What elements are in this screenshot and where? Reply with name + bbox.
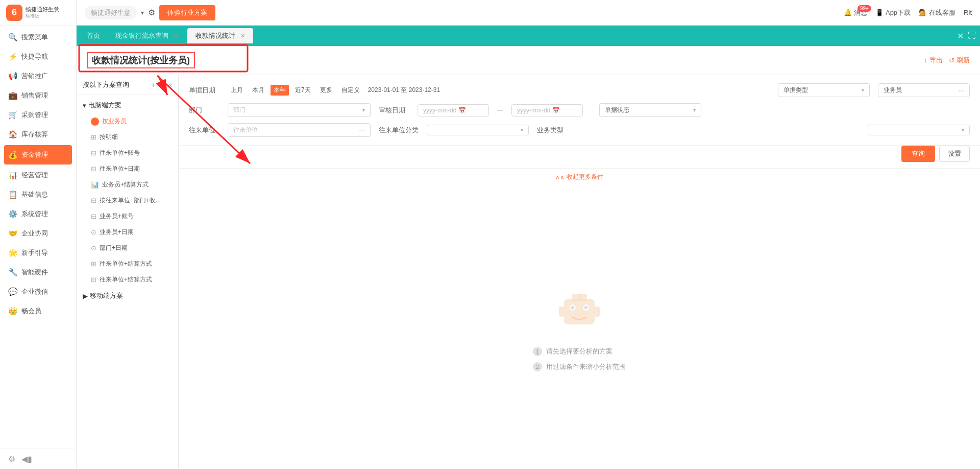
tree-group-desktop-header[interactable]: ▾ 电脑端方案 xyxy=(77,97,178,113)
tree-item-by-staff[interactable]: ⊙ 按业务员 xyxy=(77,113,178,129)
partner-more-icon[interactable]: ··· xyxy=(359,126,365,134)
search-icon: 🔍 xyxy=(8,33,17,42)
header-dropdown-icon[interactable]: ▾ xyxy=(141,9,144,16)
svg-point-5 xyxy=(571,306,574,309)
date-tab-this-year[interactable]: 本年 xyxy=(271,85,289,96)
date-tab-7days[interactable]: 近7天 xyxy=(292,85,314,96)
tree-item-partner-account[interactable]: ⊟ 往来单位+账号 xyxy=(77,145,178,161)
header-gear-icon[interactable]: ⚙ xyxy=(148,8,155,17)
query-button[interactable]: 查询 xyxy=(901,146,935,162)
tree-item-staff-account[interactable]: ⊟ 业务员+账号 xyxy=(77,208,178,224)
tree-group-mobile-expand-icon: ▶ xyxy=(83,292,88,300)
date-tab-more[interactable]: 更多 xyxy=(317,85,335,96)
tree-item-partner-settle1-label: 往来单位+结算方式 xyxy=(100,260,152,268)
collapse-sidebar-icon[interactable]: ◀▮ xyxy=(21,454,32,464)
tree-item-partner-date[interactable]: ⊟ 往来单位+日期 xyxy=(77,161,178,177)
sidebar-item-inventory[interactable]: 🏠 库存核算 xyxy=(0,125,76,144)
sidebar-item-enterprise[interactable]: 🤝 企业协同 xyxy=(0,224,76,243)
calendar-start-icon[interactable]: 📅 xyxy=(458,107,466,114)
app-download-label: App下载 xyxy=(886,8,911,17)
sidebar-footer: ⚙ ◀▮ xyxy=(0,449,76,469)
scheme-header: 按以下方案查询 + ⚙ « xyxy=(77,75,178,95)
sidebar-item-finance[interactable]: 💰 资金管理 xyxy=(4,145,72,165)
calendar-end-icon[interactable]: 📅 xyxy=(552,107,560,114)
review-date-end[interactable]: yyyy-mm-dd 📅 xyxy=(511,104,583,116)
notification-button[interactable]: 🔔 消息 99+ xyxy=(844,8,867,17)
tree-item-partner-settle2[interactable]: ⊟ 往来单位+结算方式 xyxy=(77,272,178,288)
tab-home[interactable]: 首页 xyxy=(81,28,106,43)
page-area: 收款情况统计(按业务员) ↑ 导出 ↺ 刷新 按以下方案查询 + xyxy=(77,46,980,469)
tab-collection-stats[interactable]: 收款情况统计 ✕ xyxy=(187,28,253,43)
scheme-collapse-icon[interactable]: « xyxy=(168,81,172,89)
filter-row-3: 往来单位 往来单位 ··· 往来单位分类 ▾ 业务类型 xyxy=(189,123,970,137)
tree-item-dept-date[interactable]: ⊙ 部门+日期 xyxy=(77,240,178,256)
sidebar-item-hardware[interactable]: 🔧 智能硬件 xyxy=(0,263,76,282)
tree-item-staff-settle-icon: 📊 xyxy=(91,181,99,189)
tab-maximize-icon[interactable]: ⛶ xyxy=(968,31,976,41)
collapse-label: 收起更多条件 xyxy=(567,173,603,181)
business-type-caret: ▾ xyxy=(962,127,964,133)
guide-icon: 🌟 xyxy=(8,248,17,257)
tree-group-mobile-header[interactable]: ▶ 移动端方案 xyxy=(77,288,178,304)
collapse-icon: ∧∧ xyxy=(555,174,565,181)
filter-section: 单据日期 上月 本月 本年 近7天 更多 自定义 2023-01-01 至 20… xyxy=(179,75,980,146)
empty-step-2: 2 用过滤条件来缩小分析范围 xyxy=(533,362,626,371)
doc-status-select[interactable]: 单据状态 ▾ xyxy=(599,103,701,117)
tree-group-desktop: ▾ 电脑端方案 ⊙ 按业务员 ⊞ 按明细 ⊟ 往 xyxy=(77,97,178,288)
sidebar-item-base[interactable]: 📋 基础信息 xyxy=(0,185,76,204)
scheme-settings-icon[interactable]: ⚙ xyxy=(158,81,165,89)
page-actions: ↑ 导出 ↺ 刷新 xyxy=(924,56,970,65)
tree-item-partner-date-label: 往来单位+日期 xyxy=(100,165,140,173)
dept-label: 部门 xyxy=(189,106,219,115)
app-download-button[interactable]: 📱 App下载 xyxy=(875,8,911,17)
refresh-button[interactable]: ↺ 刷新 xyxy=(949,56,970,65)
date-tab-last-month[interactable]: 上月 xyxy=(228,85,246,96)
tree-item-partner-dept[interactable]: ⊟ 按往来单位+部门+收... xyxy=(77,193,178,208)
export-button[interactable]: ↑ 导出 xyxy=(924,56,943,65)
online-service-button[interactable]: 💁 在线客服 xyxy=(919,8,955,17)
business-type-select[interactable]: ▾ xyxy=(868,125,970,135)
tree-item-detail[interactable]: ⊞ 按明细 xyxy=(77,129,178,145)
tab-collection-stats-close[interactable]: ✕ xyxy=(240,33,245,39)
date-tab-this-month[interactable]: 本月 xyxy=(249,85,267,96)
service-icon: 💁 xyxy=(919,9,927,16)
settings-button[interactable]: 设置 xyxy=(939,146,970,162)
settings-bottom-icon[interactable]: ⚙ xyxy=(8,454,15,464)
partner-select[interactable]: 往来单位 ··· xyxy=(228,123,371,137)
staff-select[interactable]: 业务员 ··· xyxy=(878,83,970,97)
sidebar-item-member[interactable]: 👑 畅会员 xyxy=(0,301,76,321)
tab-cash-flow-close[interactable]: ✕ xyxy=(174,33,178,39)
date-tab-custom[interactable]: 自定义 xyxy=(338,85,363,96)
tab-cash-flow[interactable]: 现金银行流水查询 ✕ xyxy=(107,28,186,43)
doc-type-select[interactable]: 单据类型 ▾ xyxy=(778,83,870,97)
header-right: 🔔 消息 99+ 📱 App下载 💁 在线客服 Rit xyxy=(844,8,972,17)
partner-category-select[interactable]: ▾ xyxy=(427,125,529,135)
logo-icon: 6 xyxy=(6,5,22,21)
sidebar-item-marketing[interactable]: 📢 营销推广 xyxy=(0,66,76,86)
tree-item-partner-date-icon: ⊟ xyxy=(91,165,96,173)
scheme-header-label: 按以下方案查询 xyxy=(83,80,129,89)
collapse-bar[interactable]: ∧∧ 收起更多条件 xyxy=(179,168,980,185)
tree-item-partner-account-icon: ⊟ xyxy=(91,149,96,157)
staff-more-icon[interactable]: ··· xyxy=(958,86,964,95)
sidebar-item-purchase[interactable]: 🛒 采购管理 xyxy=(0,105,76,125)
sidebar-item-wechat[interactable]: 💬 企业微信 xyxy=(0,282,76,301)
tab-close-all-icon[interactable]: ✕ xyxy=(957,31,964,41)
sidebar-item-search[interactable]: 🔍 搜索菜单 xyxy=(0,28,76,47)
tree-item-partner-settle1[interactable]: ⊞ 往来单位+结算方式 xyxy=(77,256,178,272)
tree-item-staff-date[interactable]: ⊙ 业务员+日期 xyxy=(77,224,178,240)
app-icon: 📱 xyxy=(875,9,884,16)
sidebar-item-guide[interactable]: 🌟 新手引导 xyxy=(0,243,76,263)
sidebar: 6 畅捷通好生意 标准版 🔍 搜索菜单 ⚡ 快捷导航 📢 营销推广 💼 销售管理… xyxy=(0,0,77,469)
sidebar-item-quicknav[interactable]: ⚡ 快捷导航 xyxy=(0,47,76,66)
sidebar-item-sales[interactable]: 💼 销售管理 xyxy=(0,86,76,105)
trial-button[interactable]: 体验行业方案 xyxy=(159,5,215,20)
dept-select[interactable]: 部门 ▾ xyxy=(228,103,371,117)
tree-item-staff-settle[interactable]: 📊 业务员+结算方式 xyxy=(77,177,178,193)
user-label[interactable]: Rit xyxy=(964,9,972,16)
scheme-header-actions: + ⚙ « xyxy=(151,81,172,89)
sidebar-item-system[interactable]: ⚙️ 系统管理 xyxy=(0,204,76,224)
scheme-add-icon[interactable]: + xyxy=(151,81,155,89)
sidebar-item-operation[interactable]: 📊 经营管理 xyxy=(0,166,76,185)
review-date-start[interactable]: yyyy-mm-dd 📅 xyxy=(418,104,489,116)
